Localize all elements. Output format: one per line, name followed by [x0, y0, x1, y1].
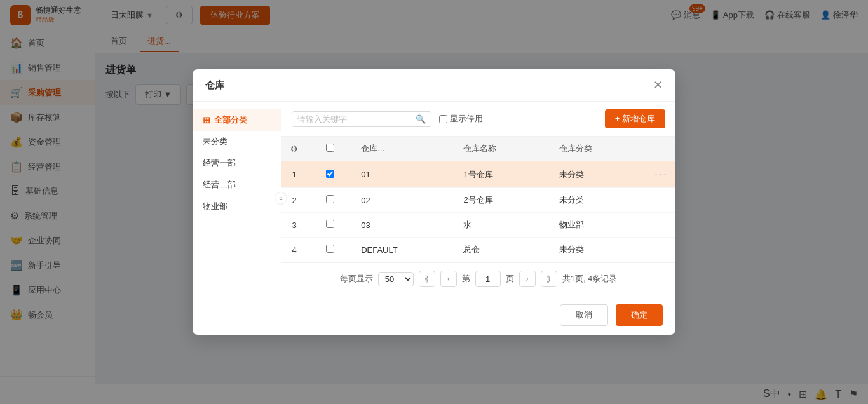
td-index: 4: [281, 238, 307, 262]
td-more-actions[interactable]: ···: [647, 161, 675, 188]
grid-icon: ⊞: [203, 115, 210, 125]
add-warehouse-btn[interactable]: + 新增仓库: [605, 109, 665, 128]
dialog-close-btn[interactable]: ✕: [653, 78, 663, 92]
page-input[interactable]: [475, 271, 501, 287]
warehouse-dialog: 仓库 ✕ ⊞ 全部分类 未分类 经营一部 经营二部: [193, 69, 675, 335]
warehouse-table: ⚙ 仓库... 仓库名称: [281, 137, 675, 262]
dialog-header: 仓库 ✕: [193, 69, 675, 102]
dialog-sidebar: ⊞ 全部分类 未分类 经营一部 经营二部 物业部 «: [193, 102, 281, 295]
td-category: 未分类: [552, 161, 647, 188]
table-body: 1 01 1号仓库 未分类 ··· 2 02 2号仓库 未分类 3 03 水 物…: [281, 161, 675, 262]
td-checkbox[interactable]: [307, 213, 353, 238]
td-name: 总仓: [456, 238, 551, 262]
th-gear: ⚙: [281, 137, 307, 161]
dialog-toolbar: 🔍 显示停用 + 新增仓库: [281, 102, 675, 137]
th-code: 仓库...: [353, 137, 456, 161]
table-row: 3 03 水 物业部: [281, 213, 675, 238]
show-disabled-label[interactable]: 显示停用: [439, 113, 483, 125]
td-category: 未分类: [552, 238, 647, 262]
td-name: 2号仓库: [456, 188, 551, 213]
dsb-item-all[interactable]: ⊞ 全部分类: [193, 109, 281, 131]
dialog-pagination: 每页显示 50 10 20 100 ⟪ ‹ 第 页 › ⟫ 共1页, 4条记录: [281, 262, 675, 295]
td-checkbox[interactable]: [307, 161, 353, 188]
dsb-item-dept2[interactable]: 经营二部: [193, 174, 281, 196]
per-page-select[interactable]: 50 10 20 100: [378, 272, 414, 286]
total-info: 共1页, 4条记录: [562, 273, 618, 285]
th-name: 仓库名称: [456, 137, 551, 161]
td-code: DEFAULT: [353, 238, 456, 262]
dialog-body: ⊞ 全部分类 未分类 经营一部 经营二部 物业部 «: [193, 102, 675, 295]
td-more-actions[interactable]: [647, 238, 675, 262]
td-category: 未分类: [552, 188, 647, 213]
row-checkbox[interactable]: [326, 220, 334, 228]
dialog-table: ⚙ 仓库... 仓库名称: [281, 137, 675, 262]
search-input[interactable]: [297, 114, 412, 124]
th-category: 仓库分类: [552, 137, 647, 161]
table-row: 2 02 2号仓库 未分类: [281, 188, 675, 213]
td-checkbox[interactable]: [307, 188, 353, 213]
sidebar-collapse-btn[interactable]: «: [275, 192, 287, 205]
show-disabled-checkbox[interactable]: [439, 115, 447, 123]
first-page-btn[interactable]: ⟪: [419, 271, 435, 287]
row-checkbox[interactable]: [326, 170, 334, 178]
th-actions: [647, 137, 675, 161]
row-checkbox[interactable]: [326, 195, 334, 203]
td-name: 1号仓库: [456, 161, 551, 188]
td-checkbox[interactable]: [307, 238, 353, 262]
td-code: 01: [353, 161, 456, 188]
dialog-footer: 取消 确定: [193, 295, 675, 335]
dsb-item-uncategorized[interactable]: 未分类: [193, 131, 281, 152]
td-more-actions[interactable]: [647, 188, 675, 213]
cancel-btn[interactable]: 取消: [560, 304, 608, 326]
dsb-item-dept1[interactable]: 经营一部: [193, 152, 281, 174]
td-index: 3: [281, 213, 307, 238]
confirm-btn[interactable]: 确定: [616, 304, 663, 326]
dsb-item-property[interactable]: 物业部: [193, 196, 281, 217]
td-code: 03: [353, 213, 456, 238]
table-row: 1 01 1号仓库 未分类 ···: [281, 161, 675, 188]
select-all-checkbox[interactable]: [326, 144, 334, 152]
td-name: 水: [456, 213, 551, 238]
table-header-row: ⚙ 仓库... 仓库名称: [281, 137, 675, 161]
prev-page-btn[interactable]: ‹: [440, 271, 457, 287]
row-checkbox[interactable]: [326, 245, 334, 253]
last-page-btn[interactable]: ⟫: [541, 271, 557, 287]
td-code: 02: [353, 188, 456, 213]
dialog-main: 🔍 显示停用 + 新增仓库 ⚙: [281, 102, 675, 295]
more-icon[interactable]: ···: [654, 168, 668, 180]
search-icon[interactable]: 🔍: [416, 114, 426, 124]
td-category: 物业部: [552, 213, 647, 238]
td-more-actions[interactable]: [647, 213, 675, 238]
dialog-title: 仓库: [205, 79, 224, 91]
th-checkbox: [307, 137, 353, 161]
page-label: 页: [506, 273, 514, 285]
search-box: 🔍: [292, 111, 431, 127]
next-page-btn[interactable]: ›: [519, 271, 536, 287]
td-index: 1: [281, 161, 307, 188]
per-page-label: 每页显示: [340, 273, 373, 285]
page-label-pre: 第: [462, 273, 470, 285]
dialog-overlay: 仓库 ✕ ⊞ 全部分类 未分类 经营一部 经营二部: [0, 0, 868, 404]
table-row: 4 DEFAULT 总仓 未分类: [281, 238, 675, 262]
